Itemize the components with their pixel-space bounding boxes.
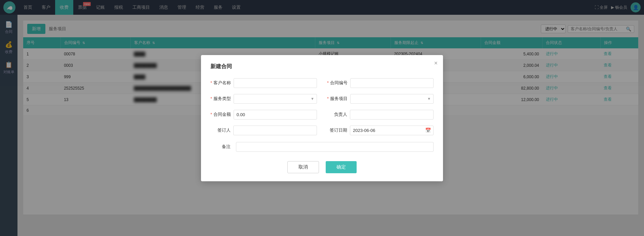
responsible-label: 负责人: [327, 111, 347, 117]
service-item-select[interactable]: [350, 94, 434, 104]
modal-actions: 取消 确定: [210, 161, 434, 173]
service-item-form-label: 服务项目: [327, 96, 348, 102]
contract-amount-label: 合同金额: [210, 111, 231, 117]
remark-label: 备注: [210, 144, 231, 150]
signer-input[interactable]: [233, 126, 317, 135]
field-service-type: 服务类型 ▼: [210, 94, 317, 104]
service-type-select-wrap: ▼: [234, 94, 317, 104]
modal-title: 新建合同: [210, 63, 434, 70]
confirm-button[interactable]: 确定: [326, 161, 357, 173]
sign-date-label: 签订日期: [327, 127, 347, 133]
field-responsible: 负责人: [327, 110, 434, 120]
contract-no-input[interactable]: [350, 78, 434, 88]
field-signer: 签订人: [210, 126, 317, 135]
modal-close-button[interactable]: ×: [434, 60, 438, 67]
contract-amount-input[interactable]: [234, 110, 317, 120]
form-grid: 客户名称 合同编号 服务类型 ▼ 服务项目 ▼: [210, 78, 434, 135]
sign-date-input[interactable]: [350, 126, 434, 135]
field-service-item: 服务项目 ▼: [327, 94, 434, 104]
remark-input[interactable]: [236, 142, 434, 152]
customer-name-input[interactable]: [234, 78, 317, 88]
modal-overlay: × 新建合同 客户名称 合同编号 服务类型 ▼: [0, 0, 644, 236]
field-contract-no: 合同编号: [327, 78, 434, 88]
field-customer-name: 客户名称: [210, 78, 317, 88]
responsible-input[interactable]: [350, 110, 434, 120]
new-contract-modal: × 新建合同 客户名称 合同编号 服务类型 ▼: [201, 55, 443, 181]
field-sign-date: 签订日期 📅: [327, 126, 434, 135]
field-contract-amount: 合同金额: [210, 110, 317, 120]
customer-name-label: 客户名称: [210, 80, 231, 86]
contract-no-label: 合同编号: [327, 80, 348, 86]
calendar-icon[interactable]: 📅: [425, 128, 431, 133]
service-type-select[interactable]: [234, 94, 317, 104]
service-item-select-wrap: ▼: [350, 94, 434, 104]
service-type-label: 服务类型: [210, 96, 231, 102]
sign-date-wrap: 📅: [350, 126, 434, 135]
cancel-button[interactable]: 取消: [287, 161, 319, 173]
field-remark: 备注: [210, 142, 434, 152]
signer-label: 签订人: [210, 127, 231, 133]
